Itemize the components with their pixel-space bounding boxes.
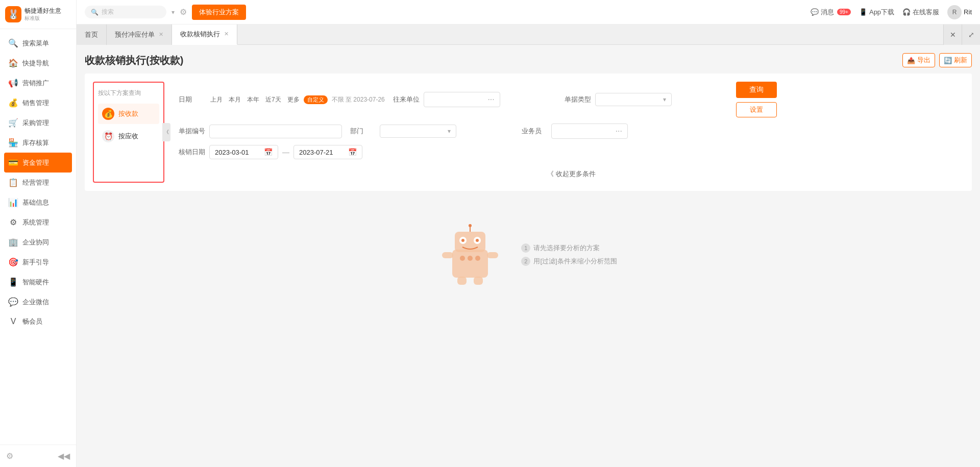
- topbar-gear-icon[interactable]: ⚙: [180, 7, 187, 17]
- custom-badge: 自定义: [304, 95, 328, 104]
- online-service-action[interactable]: 🎧 在线客服: [902, 8, 939, 17]
- svg-rect-8: [442, 252, 453, 258]
- writeoff-date-start-input[interactable]: 📅: [209, 145, 278, 159]
- filter-row-3: 核销日期 📅 — 📅: [179, 145, 964, 159]
- refresh-button[interactable]: 🔄 刷新: [939, 53, 972, 67]
- topbar-chevron-icon[interactable]: ▾: [172, 9, 175, 16]
- avatar: R: [947, 5, 962, 19]
- svg-point-5: [476, 239, 479, 242]
- salesperson-field: 业务员 ···: [522, 124, 685, 139]
- department-chevron-icon: ▾: [448, 128, 451, 135]
- industry-button[interactable]: 体验行业方案: [192, 5, 246, 20]
- sidebar-menu: 🔍 搜索菜单 🏠 快捷导航 📢 营销推广 💰 销售管理 🛒 采购管理 🏪 库存核…: [0, 29, 76, 445]
- counter-party-input[interactable]: ···: [424, 92, 500, 107]
- filter-row-1: 日期 上月 本月 本年 近7天 更多 自定义 不限 至 2023-07-26 往…: [179, 82, 964, 117]
- this-year-shortcut[interactable]: 本年: [245, 94, 261, 105]
- sidebar-item-hardware[interactable]: 📱 智能硬件: [0, 272, 76, 292]
- last-month-shortcut[interactable]: 上月: [208, 94, 225, 105]
- logo-icon: 🐰: [5, 6, 21, 22]
- calendar-end-icon[interactable]: 📅: [348, 148, 357, 156]
- sidebar-item-sales[interactable]: 💰 销售管理: [0, 93, 76, 113]
- sidebar-item-vip[interactable]: V 畅会员: [0, 312, 76, 331]
- collection-option-icon: 💰: [102, 108, 114, 120]
- tab-home[interactable]: 首页: [77, 24, 107, 45]
- close-tab-button[interactable]: ✕: [943, 24, 962, 45]
- department-select[interactable]: ▾: [380, 125, 456, 138]
- sidebar-item-purchase[interactable]: 🛒 采购管理: [0, 113, 76, 133]
- empty-tip-2: 2 用[过滤]条件来缩小分析范围: [521, 257, 617, 266]
- filter-sidebar: 按以下方案查询 💰 按收款 ⏰ 按应收 《: [93, 82, 164, 183]
- sidebar-item-system[interactable]: ⚙ 系统管理: [0, 212, 76, 232]
- salesperson-input[interactable]: ···: [551, 124, 628, 139]
- tab-collection[interactable]: 收款核销执行 ✕: [172, 24, 237, 45]
- topbar-search[interactable]: 🔍 搜索: [85, 6, 166, 18]
- sidebar-item-quick-nav[interactable]: 🏠 快捷导航: [0, 53, 76, 73]
- filter-actions: 查询 设置: [736, 82, 777, 117]
- filter-form: 日期 上月 本月 本年 近7天 更多 自定义 不限 至 2023-07-26 往…: [164, 82, 964, 183]
- collapse-sidebar-icon[interactable]: ◀◀: [58, 451, 70, 461]
- salesperson-label: 业务员: [522, 127, 547, 136]
- filter-option-by-collection[interactable]: 💰 按收款: [98, 104, 159, 124]
- svg-point-13: [468, 256, 473, 261]
- settings-bottom-icon[interactable]: ⚙: [6, 451, 13, 461]
- svg-rect-10: [457, 277, 467, 285]
- last-7days-shortcut[interactable]: 近7天: [263, 94, 283, 105]
- messages-badge: 99+: [837, 9, 851, 15]
- filter-option-by-receivable[interactable]: ⏰ 按应收: [98, 126, 159, 146]
- writeoff-date-end-input[interactable]: 📅: [293, 145, 362, 159]
- date-separator: —: [282, 148, 289, 156]
- user-name: Rit: [964, 8, 972, 16]
- sidebar-bottom: ⚙ ◀◀: [0, 445, 76, 467]
- guide-icon: 🎯: [8, 257, 18, 267]
- svg-point-4: [461, 239, 464, 242]
- department-field: 部门 ▾: [350, 125, 513, 138]
- this-month-shortcut[interactable]: 本月: [227, 94, 243, 105]
- tab-collection-close[interactable]: ✕: [224, 31, 229, 37]
- sidebar-item-operations[interactable]: 📋 经营管理: [0, 173, 76, 192]
- date-range-text: 不限 至 2023-07-26: [332, 95, 385, 104]
- vip-icon: V: [8, 317, 18, 326]
- app-download-action[interactable]: 📱 App下载: [859, 8, 894, 17]
- content-area: 收款核销执行(按收款) 📤 导出 🔄 刷新 按以下方案查询 💰 按收款: [77, 45, 980, 467]
- home-icon: 🏠: [8, 58, 18, 68]
- counter-party-dots-icon[interactable]: ···: [487, 95, 494, 104]
- counter-party-field: 往来单位 ···: [393, 92, 556, 107]
- user-profile[interactable]: R Rit: [947, 5, 972, 19]
- sidebar-logo: 🐰 畅捷通好生意 标准版: [0, 0, 76, 29]
- counter-party-label: 往来单位: [393, 95, 420, 104]
- sidebar-item-funds[interactable]: 💳 资金管理: [4, 153, 72, 173]
- svg-rect-9: [487, 252, 498, 258]
- messages-action[interactable]: 💬 消息 99+: [811, 8, 851, 17]
- search-placeholder-text: 搜索: [102, 8, 114, 16]
- calendar-start-icon[interactable]: 📅: [264, 148, 273, 156]
- marketing-icon: 📢: [8, 78, 18, 88]
- filter-sidebar-collapse-button[interactable]: 《: [162, 123, 170, 141]
- topbar: 🔍 搜索 ▾ ⚙ 体验行业方案 💬 消息 99+ 📱 App下载 🎧 在线客服: [77, 0, 980, 24]
- doc-type-select[interactable]: ▾: [595, 93, 672, 106]
- sidebar-item-basics[interactable]: 📊 基础信息: [0, 192, 76, 212]
- doc-number-input[interactable]: [209, 125, 342, 138]
- sidebar-item-search[interactable]: 🔍 搜索菜单: [0, 33, 76, 53]
- writeoff-date-end-field[interactable]: [299, 149, 345, 156]
- page-title: 收款核销执行(按收款): [85, 54, 183, 67]
- search-icon: 🔍: [8, 38, 18, 48]
- filter-row-2: 单据编号 部门 ▾ 业务员 ···: [179, 124, 964, 139]
- collapse-more-button[interactable]: 《 收起更多条件: [179, 165, 964, 183]
- filter-settings-button[interactable]: 设置: [736, 102, 777, 117]
- sidebar-item-marketing[interactable]: 📢 营销推广: [0, 73, 76, 93]
- export-button[interactable]: 📤 导出: [902, 53, 935, 67]
- doc-number-label: 单据编号: [179, 127, 205, 136]
- sidebar-item-guide[interactable]: 🎯 新手引导: [0, 252, 76, 272]
- sidebar-item-wechat[interactable]: 💬 企业微信: [0, 292, 76, 312]
- salesperson-dots-icon[interactable]: ···: [616, 127, 622, 136]
- expand-tab-button[interactable]: ⤢: [962, 24, 980, 45]
- sidebar-item-enterprise[interactable]: 🏢 企业协同: [0, 232, 76, 252]
- search-topbar-icon: 🔍: [91, 9, 99, 16]
- more-shortcut[interactable]: 更多: [285, 94, 302, 105]
- query-button[interactable]: 查询: [736, 82, 777, 98]
- tab-prepay-close[interactable]: ✕: [159, 31, 163, 38]
- sidebar-item-inventory[interactable]: 🏪 库存核算: [0, 133, 76, 153]
- inventory-icon: 🏪: [8, 138, 18, 148]
- writeoff-date-start-field[interactable]: [215, 149, 261, 156]
- tab-prepay[interactable]: 预付冲应付单 ✕: [107, 24, 172, 45]
